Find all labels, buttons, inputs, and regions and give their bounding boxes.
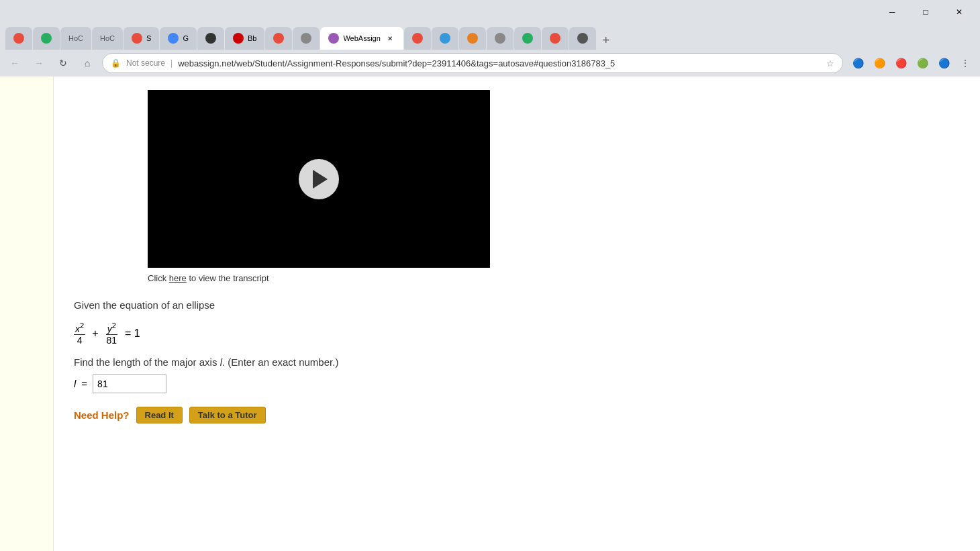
url-bar[interactable]: 🔒 Not secure | webassign.net/web/Student… [102, 53, 843, 73]
fraction-y: y2 81 [105, 321, 118, 346]
maximize-button[interactable]: □ [910, 2, 941, 22]
tab-4[interactable]: HoC [92, 27, 123, 50]
tab-favicon-6 [168, 33, 179, 44]
equals-sign-eq: = 1 [125, 328, 140, 340]
answer-row: l = [74, 374, 960, 393]
main-layout: Click here to view the transcript Given … [0, 77, 980, 551]
need-help-section: Need Help? Read It Talk to a Tutor [74, 407, 960, 423]
extension-icon-1[interactable]: 🔵 [848, 54, 867, 72]
fraction-x: x2 4 [74, 321, 85, 346]
close-button[interactable]: ✕ [944, 2, 975, 22]
answer-input[interactable] [93, 374, 166, 393]
fraction-y-top: y2 [106, 321, 117, 335]
extension-icon-3[interactable]: 🔴 [891, 54, 910, 72]
address-bar: ← → ↻ ⌂ 🔒 Not secure | webassign.net/web… [0, 50, 980, 77]
new-tab-button[interactable]: + [597, 31, 616, 50]
tab-favicon-2 [41, 33, 52, 44]
tab-5[interactable]: S [124, 27, 159, 50]
tab-11[interactable] [404, 27, 431, 50]
tab-label-active: WebAssign [343, 34, 380, 42]
tab-9[interactable] [265, 27, 292, 50]
settings-icon[interactable]: ⋮ [956, 54, 975, 72]
answer-equals: = [81, 378, 87, 389]
security-label: Not secure [126, 58, 165, 68]
tab-17[interactable] [569, 27, 596, 50]
tab-favicon-7 [205, 33, 216, 44]
tab-favicon-12 [440, 33, 450, 44]
back-button[interactable]: ← [5, 54, 24, 72]
left-sidebar [0, 77, 54, 551]
video-player[interactable] [148, 90, 490, 268]
tab-2[interactable] [33, 27, 60, 50]
question-section: Given the equation of an ellipse x2 4 + … [74, 299, 960, 423]
read-it-button[interactable]: Read It [136, 407, 183, 423]
transcript-here-link[interactable]: here [169, 273, 187, 283]
extension-icon-5[interactable]: 🔵 [934, 54, 953, 72]
tab-14[interactable] [487, 27, 513, 50]
tab-label-5: S [146, 34, 151, 42]
extension-icon-4[interactable]: 🟢 [913, 54, 932, 72]
minimize-button[interactable]: ─ [877, 2, 908, 22]
math-equation: x2 4 + y2 81 = 1 [74, 321, 960, 346]
tab-label-3: HoC [68, 34, 83, 42]
toolbar-icons: 🔵 🟠 🔴 🟢 🔵 ⋮ [848, 54, 975, 72]
window-controls: ─ □ ✕ [877, 2, 975, 22]
tab-favicon-5 [132, 33, 142, 44]
tab-label-4: HoC [100, 34, 115, 42]
tab-favicon-10 [301, 33, 311, 44]
fraction-x-bottom: 4 [76, 335, 84, 346]
tab-active[interactable]: WebAssign ✕ [320, 27, 403, 50]
security-icon: 🔒 [111, 58, 121, 68]
play-icon [313, 170, 328, 189]
tab-10[interactable] [293, 27, 320, 50]
fraction-x-top: x2 [74, 321, 85, 335]
bookmark-icon[interactable]: ☆ [826, 58, 834, 68]
extension-icon-2[interactable]: 🟠 [870, 54, 889, 72]
tab-8[interactable]: Bb [225, 27, 264, 50]
tab-favicon-15 [522, 33, 533, 44]
tabs-area: HoC HoC S G Bb WebAssign ✕ [0, 24, 980, 50]
tab-16[interactable] [542, 27, 569, 50]
tab-favicon-11 [412, 33, 423, 44]
tab-3[interactable]: HoC [60, 27, 91, 50]
tab-13[interactable] [459, 27, 486, 50]
tab-7[interactable] [197, 27, 224, 50]
tab-close-active[interactable]: ✕ [385, 33, 395, 44]
tab-favicon-active [328, 33, 339, 44]
page-wrapper: Click here to view the transcript Given … [0, 77, 980, 551]
fraction-y-bottom: 81 [105, 335, 118, 346]
question-content: Click here to view the transcript Given … [54, 77, 980, 551]
tab-favicon-1 [13, 33, 24, 44]
tab-favicon-13 [467, 33, 478, 44]
tab-favicon-9 [273, 33, 284, 44]
home-button[interactable]: ⌂ [78, 54, 97, 72]
plus-sign: + [92, 328, 98, 340]
tab-15[interactable] [514, 27, 541, 50]
play-button[interactable] [299, 159, 339, 199]
question-intro: Given the equation of an ellipse [74, 299, 960, 311]
tab-favicon-8 [233, 33, 244, 44]
talk-to-tutor-button[interactable]: Talk to a Tutor [189, 407, 266, 423]
reload-button[interactable]: ↻ [54, 54, 72, 72]
tab-label-6: G [183, 34, 189, 42]
tab-favicon-14 [495, 33, 505, 44]
forward-button[interactable]: → [30, 54, 48, 72]
answer-label: l [74, 378, 76, 389]
tab-1[interactable] [5, 27, 32, 50]
url-text: webassign.net/web/Student/Assignment-Res… [178, 58, 821, 68]
tab-label-8: Bb [248, 34, 256, 42]
find-text: Find the length of the major axis l. (En… [74, 356, 960, 368]
transcript-link-area: Click here to view the transcript [148, 273, 960, 283]
tab-6[interactable]: G [160, 27, 197, 50]
tab-12[interactable] [432, 27, 458, 50]
need-help-label: Need Help? [74, 409, 130, 421]
tab-favicon-17 [577, 33, 588, 44]
title-bar: ─ □ ✕ [0, 0, 980, 24]
tab-favicon-16 [550, 33, 560, 44]
